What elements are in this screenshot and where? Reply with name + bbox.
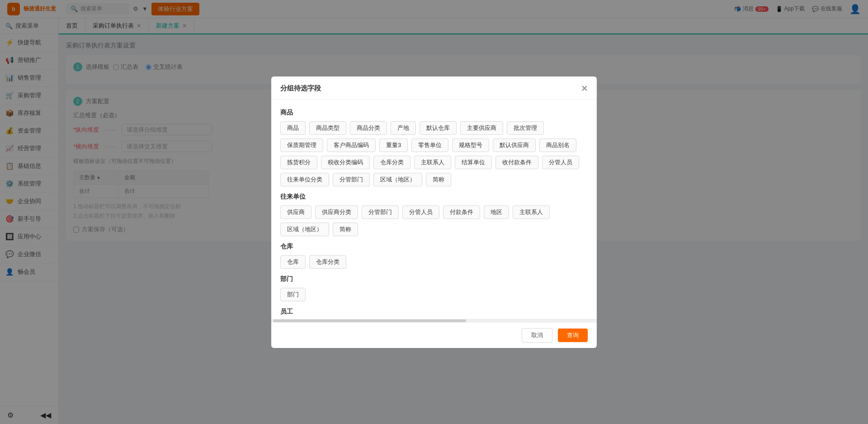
field-tag[interactable]: 商品 xyxy=(280,121,306,135)
horizontal-scrollbar[interactable] xyxy=(271,319,597,322)
section-title-goods: 商品 xyxy=(280,109,588,117)
field-tag[interactable]: 简称 xyxy=(426,173,451,186)
field-tag[interactable]: 默认供应商 xyxy=(493,138,536,152)
field-tag[interactable]: 供应商 xyxy=(280,205,311,219)
field-tag[interactable]: 分管部门 xyxy=(362,205,399,219)
field-tag[interactable]: 规格型号 xyxy=(452,138,489,152)
field-tag[interactable]: 商品分类 xyxy=(350,121,387,135)
field-tag[interactable]: 拣货积分 xyxy=(280,156,317,169)
field-tag[interactable]: 分管部门 xyxy=(333,173,370,186)
field-tag[interactable]: 往来单位分类 xyxy=(280,173,329,186)
modal-dialog: 分组待选字段 ✕ 商品 商品 商品类型 商品分类 产地 默认仓库 主要供应商 批… xyxy=(271,76,597,348)
field-tag[interactable]: 仓库分类 xyxy=(309,255,346,269)
field-tags-partner: 供应商 供应商分类 分管部门 分管人员 付款条件 地区 主联系人 区域（地区） … xyxy=(280,205,588,236)
field-tag[interactable]: 地区 xyxy=(484,205,509,219)
field-tag[interactable]: 客户商品编码 xyxy=(327,138,376,152)
modal-title: 分组待选字段 xyxy=(280,84,321,93)
field-tag[interactable]: 仓库分类 xyxy=(373,156,410,169)
field-tag[interactable]: 区域（地区） xyxy=(373,173,422,186)
field-tag[interactable]: 保质期管理 xyxy=(280,138,323,152)
section-title-warehouse: 仓库 xyxy=(280,243,588,251)
confirm-button[interactable]: 查询 xyxy=(558,329,588,342)
field-tag[interactable]: 商品别名 xyxy=(539,138,576,152)
field-tag[interactable]: 批次管理 xyxy=(507,121,544,135)
field-tag[interactable]: 重量3 xyxy=(379,138,408,152)
field-tag[interactable]: 税收分类编码 xyxy=(321,156,370,169)
field-tag[interactable]: 仓库 xyxy=(280,255,306,269)
field-tag[interactable]: 主联系人 xyxy=(513,205,550,219)
field-tag[interactable]: 结算单位 xyxy=(455,156,492,169)
field-tag[interactable]: 部门 xyxy=(280,288,306,301)
field-tags-dept: 部门 xyxy=(280,288,588,301)
modal-footer: 取消 查询 xyxy=(271,322,597,348)
field-tag[interactable]: 主联系人 xyxy=(414,156,451,169)
cancel-button[interactable]: 取消 xyxy=(522,328,552,343)
field-tags-warehouse: 仓库 仓库分类 xyxy=(280,255,588,269)
section-title-dept: 部门 xyxy=(280,275,588,283)
field-tag[interactable]: 产地 xyxy=(391,121,416,135)
field-tag[interactable]: 商品类型 xyxy=(309,121,346,135)
field-tag[interactable]: 简称 xyxy=(333,223,358,236)
field-tags-goods: 商品 商品类型 商品分类 产地 默认仓库 主要供应商 批次管理 保质期管理 客户… xyxy=(280,121,588,186)
modal-close-icon[interactable]: ✕ xyxy=(581,84,588,94)
section-title-staff: 员工 xyxy=(280,308,588,316)
field-tag[interactable]: 默认仓库 xyxy=(420,121,457,135)
field-tag[interactable]: 供应商分类 xyxy=(315,205,358,219)
modal-body: 商品 商品 商品类型 商品分类 产地 默认仓库 主要供应商 批次管理 保质期管理… xyxy=(271,100,597,319)
field-tag[interactable]: 零售单位 xyxy=(411,138,448,152)
section-title-partner: 往来单位 xyxy=(280,193,588,201)
field-tag[interactable]: 分管人员 xyxy=(402,205,439,219)
modal-overlay: 分组待选字段 ✕ 商品 商品 商品类型 商品分类 产地 默认仓库 主要供应商 批… xyxy=(0,0,868,424)
field-tag[interactable]: 区域（地区） xyxy=(280,223,329,236)
field-tag[interactable]: 分管人员 xyxy=(542,156,579,169)
field-tag[interactable]: 主要供应商 xyxy=(460,121,503,135)
field-tag[interactable]: 付款条件 xyxy=(443,205,480,219)
modal-header: 分组待选字段 ✕ xyxy=(271,76,597,100)
field-tag[interactable]: 收付款条件 xyxy=(495,156,538,169)
